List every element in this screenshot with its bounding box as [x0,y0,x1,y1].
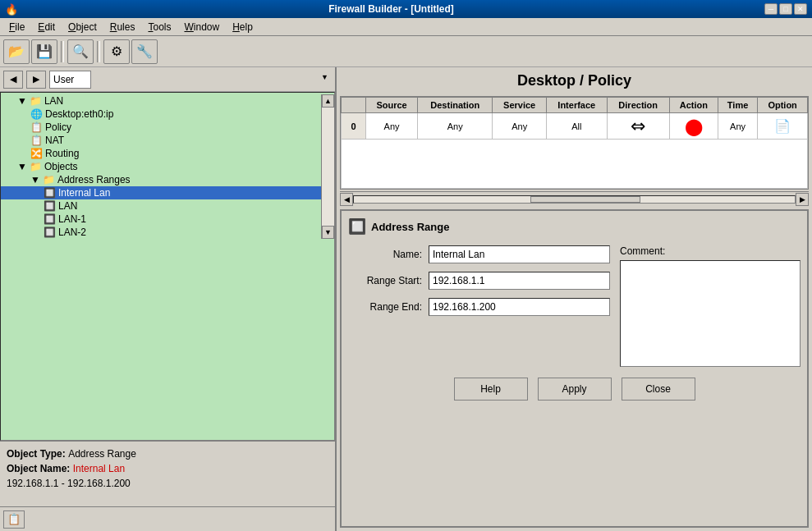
object-name-value: Internal Lan [73,463,125,474]
close-button[interactable]: ✕ [794,3,807,15]
tree-item-objects[interactable]: ▼ 📁 Objects [1,160,321,173]
object-name-line: Object Name: Internal Lan [7,461,328,476]
left-bottom-bar: 📋 [0,506,335,531]
col-time: Time [718,98,757,113]
save-btn[interactable]: 💾 [31,39,57,64]
row-dest-0[interactable]: Any [418,113,493,140]
hscroll-right-btn[interactable]: ▶ [796,193,809,206]
menu-tools[interactable]: Tools [142,19,177,35]
tree-item-desktop-eth[interactable]: 🌐 Desktop:eth0:ip [1,108,321,121]
tree-user-dropdown[interactable]: User System [49,71,91,89]
range-start-row: Range Start: [348,272,610,290]
tree-item-lan1[interactable]: 🔲 LAN-1 [1,213,321,226]
open-folder-btn[interactable]: 📂 [3,39,30,64]
menu-rules[interactable]: Rules [104,19,141,35]
scroll-track[interactable] [322,108,334,226]
col-direction: Direction [607,98,669,113]
row-action-0[interactable]: ⬤ [669,113,718,140]
addr-form-right: Comment: [620,245,801,369]
ip-range-value: 192.168.1.1 - 192.168.1.200 [7,478,131,489]
tree-item-nat[interactable]: 📋 NAT [1,134,321,147]
tree-policy-label: Policy [45,121,71,133]
tree-item-policy[interactable]: 📋 Policy [1,121,321,134]
search-btn[interactable]: 🔍 [67,39,94,64]
range-end-row: Range End: [348,298,610,316]
col-service: Service [493,98,546,113]
empty-row [342,140,808,189]
tree-back-btn[interactable]: ◀ [3,71,23,89]
main-container: ◀ ▶ User System ▼ 📁 LAN 🌐 [0,67,812,531]
routing-icon: 🔀 [30,148,43,159]
row-service-0[interactable]: Any [493,113,546,140]
tree-item-lan2[interactable]: 🔲 LAN [1,199,321,213]
menu-help[interactable]: Help [227,19,259,35]
option-icon: 📄 [774,119,791,133]
addr-form: Name: Range Start: Range End: Comment: [348,245,801,369]
close-button[interactable]: Close [622,378,695,401]
tree-item-lan2b[interactable]: 🔲 LAN-2 [1,226,321,239]
minimize-button[interactable]: ─ [764,3,778,15]
tree-item-routing[interactable]: 🔀 Routing [1,147,321,160]
range-end-input[interactable] [429,298,610,316]
window-controls: ─ □ ✕ [764,3,807,15]
title-bar: 🔥 Firewall Builder - [Untitled] ─ □ ✕ [0,0,812,18]
bottom-list-btn[interactable]: 📋 [3,510,25,529]
tree-item-address-ranges[interactable]: ▼ 📁 Address Ranges [1,173,321,186]
name-label: Name: [348,249,422,260]
range-start-input[interactable] [429,272,610,290]
nat-icon: 📋 [30,135,43,146]
apply-button[interactable]: Apply [538,378,612,401]
window-title: Firewall Builder - [Untitled] [18,3,764,15]
scroll-up-btn[interactable]: ▲ [322,94,334,108]
menu-edit[interactable]: Edit [32,19,61,35]
scroll-down-btn[interactable]: ▼ [322,226,334,239]
table-row: 0 Any Any Any All ⇔ ⬤ Any 📄 [342,113,808,140]
action-icon: ⬤ [685,117,703,135]
col-num [342,98,366,113]
object-type-value: Address Range [68,448,136,460]
ip-icon: 🌐 [30,108,43,120]
tree-item-internal-lan[interactable]: 🔲 Internal Lan [1,186,321,199]
hscroll-left-btn[interactable]: ◀ [340,193,353,206]
toolbar-separator-1 [61,41,64,62]
tree-lan2b-label: LAN-2 [58,227,86,238]
lan1-icon: 🔲 [44,213,56,225]
tree-scrollbar[interactable]: ▲ ▼ [321,94,334,239]
row-option-0[interactable]: 📄 [758,113,808,140]
hscroll-thumb[interactable] [530,196,640,203]
policy-table: Source Destination Service Interface Dir… [341,97,808,189]
addr-panel-icon: 🔲 [348,217,366,236]
lan2-icon: 🔲 [44,200,56,212]
tree-lan2-label: LAN [58,200,77,212]
menu-window[interactable]: Window [178,19,225,35]
menu-file[interactable]: File [3,19,30,35]
col-destination: Destination [418,98,493,113]
row-num-0: 0 [342,113,366,140]
compile-btn[interactable]: 🔧 [131,39,158,64]
addr-ranges-expand-icon: ▼ [30,174,40,185]
tree-lan-label: LAN [44,95,63,107]
tree-internal-lan-label: Internal Lan [58,187,110,199]
internal-lan-icon: 🔲 [44,187,56,199]
menu-object[interactable]: Object [62,19,103,35]
object-type-label: Object Type: [7,448,68,460]
ip-range-line: 192.168.1.1 - 192.168.1.200 [7,476,328,491]
maximize-button[interactable]: □ [779,3,792,15]
settings-btn[interactable]: ⚙ [103,39,130,64]
comment-textarea[interactable] [620,260,801,367]
row-direction-0[interactable]: ⇔ [607,113,669,140]
row-time-0[interactable]: Any [718,113,757,140]
row-source-0[interactable]: Any [366,113,418,140]
tree-area: ▼ 📁 LAN 🌐 Desktop:eth0:ip 📋 Policy 📋 [0,92,335,441]
policy-table-area: Source Destination Service Interface Dir… [340,96,809,190]
row-interface-0[interactable]: All [546,113,607,140]
name-input[interactable] [429,245,610,263]
hscroll-track[interactable] [353,195,796,204]
tree-item-lan[interactable]: ▼ 📁 LAN [1,94,321,108]
h-scrollbar[interactable]: ◀ ▶ [340,191,809,206]
tree-forward-btn[interactable]: ▶ [26,71,46,89]
help-button[interactable]: Help [454,378,528,401]
addr-panel-header: 🔲 Address Range [348,217,801,236]
tree-routing-label: Routing [45,148,79,159]
addr-range-panel: 🔲 Address Range Name: Range Start: Range… [340,209,809,528]
